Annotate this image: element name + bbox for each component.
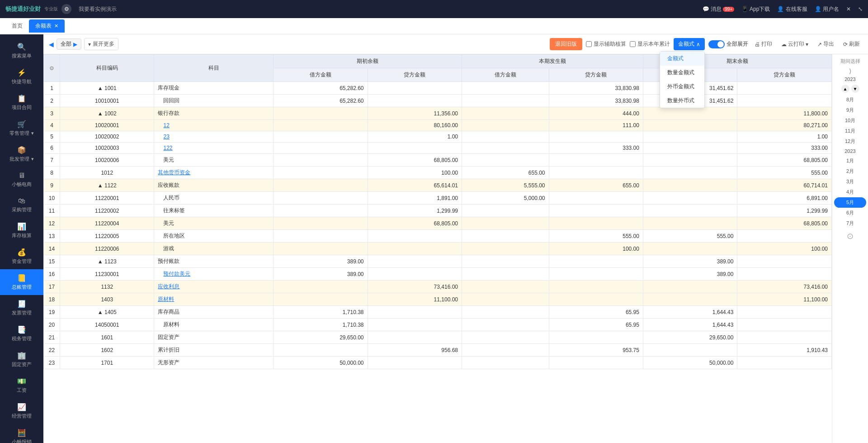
- sidebar-item-payroll[interactable]: 💵 工资: [0, 372, 43, 398]
- refresh-btn[interactable]: ⟳ 刷新: [840, 38, 863, 50]
- sidebar-item-quicknav[interactable]: ⚡ 快捷导航: [0, 64, 43, 90]
- sidebar-item-expense[interactable]: 🧮 小畅报销: [0, 424, 43, 443]
- period-prev-btn[interactable]: ▲: [841, 85, 849, 93]
- show-sub-checkbox-label[interactable]: 显示辅助核算: [586, 40, 626, 48]
- sidebar-label-search: 搜索菜单: [2, 52, 42, 59]
- sidebar-item-invoice[interactable]: 🧾 发票管理: [0, 295, 43, 321]
- demo-link[interactable]: 我要看实例演示: [79, 5, 117, 13]
- table-row: 20 14050001 原材料 1,710.38 65.95 1,644.43: [44, 319, 832, 331]
- row-current-credit: 655.00: [549, 179, 643, 192]
- column-settings-icon[interactable]: ⚙: [49, 65, 54, 71]
- close-icon[interactable]: ✕: [846, 6, 851, 12]
- dropdown-item-qty-foreign[interactable]: 数量外币式: [660, 94, 704, 108]
- sidebar-item-retail[interactable]: 🛒 零售管理 ▾: [0, 115, 43, 141]
- account-link[interactable]: 原材料: [158, 296, 174, 302]
- search-forward-arrow[interactable]: ▶: [73, 41, 77, 48]
- account-link[interactable]: 23: [163, 133, 169, 140]
- user-avatar[interactable]: 👤 用户名: [815, 5, 839, 13]
- tab-close-icon[interactable]: ✕: [54, 23, 58, 29]
- dropdown-item-qty-amount[interactable]: 数量金额式: [660, 66, 704, 80]
- sidebar-item-fixed-assets[interactable]: 🏢 固定资产: [0, 347, 43, 372]
- sidebar-item-search[interactable]: 🔍 搜索菜单: [0, 38, 43, 64]
- period-collapse-bottom[interactable]: ⊙: [834, 231, 866, 241]
- period-month-item[interactable]: 3月: [834, 176, 866, 187]
- row-current-credit: 953.75: [549, 344, 643, 357]
- row-opening-credit: 68,805.00: [368, 154, 462, 167]
- period-collapse-btn[interactable]: ⟩: [834, 67, 866, 75]
- th-current-credit: 贷方金额: [549, 68, 643, 82]
- dropdown-item-foreign-amount[interactable]: 外币金额式: [660, 80, 704, 94]
- app-download-btn[interactable]: 📱 App下载: [741, 5, 770, 13]
- period-month-item[interactable]: 2月: [834, 166, 866, 176]
- row-closing-credit: [737, 255, 832, 268]
- account-link[interactable]: 122: [163, 145, 172, 151]
- chevron-down-icon[interactable]: ⊙: [847, 232, 854, 241]
- account-link[interactable]: 应收利息: [158, 283, 179, 290]
- th-opening-credit: 贷方金额: [368, 68, 462, 82]
- sidebar-item-tax[interactable]: 📑 税务管理: [0, 321, 43, 347]
- show-sub-checkbox[interactable]: [586, 41, 592, 47]
- back-old-version-btn[interactable]: 退回旧版: [550, 38, 582, 50]
- period-month-item[interactable]: 4月: [834, 187, 866, 197]
- row-name: 应收账款: [154, 179, 274, 192]
- row-code: 1601: [60, 331, 154, 344]
- period-month-item[interactable]: 9月: [834, 105, 866, 115]
- sidebar-item-general-ledger[interactable]: 📒 总账管理: [0, 269, 43, 295]
- sidebar-label-quicknav: 快捷导航: [2, 78, 42, 85]
- period-next-btn[interactable]: ▼: [851, 85, 859, 93]
- period-month-item[interactable]: 7月: [834, 218, 866, 229]
- print-btn[interactable]: 🖨 打印: [752, 38, 775, 50]
- amount-type-btn[interactable]: 金额式 ∧: [674, 38, 705, 50]
- sidebar-item-operations[interactable]: 📈 经营管理: [0, 398, 43, 424]
- toggle-switch-handle[interactable]: [708, 40, 725, 48]
- row-name[interactable]: 其他货币资金: [154, 167, 274, 179]
- settings-icon[interactable]: ⚙: [61, 4, 71, 14]
- period-month-item[interactable]: 8月: [834, 95, 866, 105]
- sidebar-item-wholesale[interactable]: 📦 批发管理 ▾: [0, 141, 43, 167]
- show-yearly-checkbox[interactable]: [630, 41, 636, 47]
- sidebar-label-general-ledger: 总账管理: [2, 284, 42, 291]
- nav-back-arrow[interactable]: ◀: [49, 41, 54, 48]
- period-month-item[interactable]: 12月: [834, 136, 866, 147]
- expand-more-btn[interactable]: ▾ 展开更多: [84, 38, 118, 50]
- sidebar-item-capital[interactable]: 💰 资金管理: [0, 243, 43, 269]
- full-expand-toggle[interactable]: 全部展开: [708, 40, 748, 48]
- account-link[interactable]: 其他货币资金: [158, 169, 190, 176]
- row-opening-credit: 68,805.00: [368, 217, 462, 230]
- period-month-item[interactable]: 11月: [834, 126, 866, 136]
- sidebar-item-ecommerce[interactable]: 🖥 小畅电商: [0, 167, 43, 192]
- row-closing-debit: [643, 154, 737, 167]
- period-month-item[interactable]: 2023: [834, 147, 866, 156]
- row-current-credit: [549, 154, 643, 167]
- expand-icon[interactable]: ⤡: [858, 6, 863, 12]
- dropdown-item-amount[interactable]: 金额式: [660, 52, 704, 66]
- tab-balance[interactable]: 余额表 ✕: [29, 19, 65, 33]
- row-name[interactable]: 应收利息: [154, 281, 274, 293]
- period-month-item[interactable]: 6月: [834, 208, 866, 218]
- show-yearly-checkbox-label[interactable]: 显示本年累计: [630, 40, 670, 48]
- period-month-item[interactable]: 1月: [834, 156, 866, 166]
- cloud-print-btn[interactable]: ☁ 云打印 ▾: [778, 38, 811, 50]
- row-name[interactable]: 12: [154, 120, 274, 131]
- project-icon: 📋: [2, 94, 42, 103]
- account-link[interactable]: 预付款美元: [163, 271, 190, 277]
- row-current-debit: [462, 268, 549, 281]
- sidebar-item-purchase[interactable]: 🛍 采购管理: [0, 192, 43, 218]
- account-link[interactable]: 12: [163, 122, 169, 129]
- row-current-credit: 65.95: [549, 319, 643, 331]
- th-gear[interactable]: ⚙: [44, 55, 60, 82]
- row-name[interactable]: 122: [154, 143, 274, 154]
- message-btn[interactable]: 💬 消息 99+: [703, 5, 735, 13]
- sidebar-item-project[interactable]: 📋 项目合同: [0, 90, 43, 115]
- period-month-item[interactable]: 5月: [834, 197, 866, 208]
- period-month-item[interactable]: 10月: [834, 115, 866, 126]
- row-name[interactable]: 预付款美元: [154, 268, 274, 281]
- tab-home[interactable]: 首页: [5, 19, 29, 33]
- top-bar-left: 畅捷通好业财 专业版 ⚙ 我要看实例演示: [5, 4, 117, 14]
- row-name[interactable]: 23: [154, 131, 274, 143]
- sidebar-item-inventory[interactable]: 📊 库存核算: [0, 218, 43, 243]
- export-btn[interactable]: ↗ 导出: [815, 38, 837, 50]
- online-service-btn[interactable]: 👤 在线客服: [777, 5, 807, 13]
- row-opening-credit: 65,614.01: [368, 179, 462, 192]
- row-name[interactable]: 原材料: [154, 293, 274, 306]
